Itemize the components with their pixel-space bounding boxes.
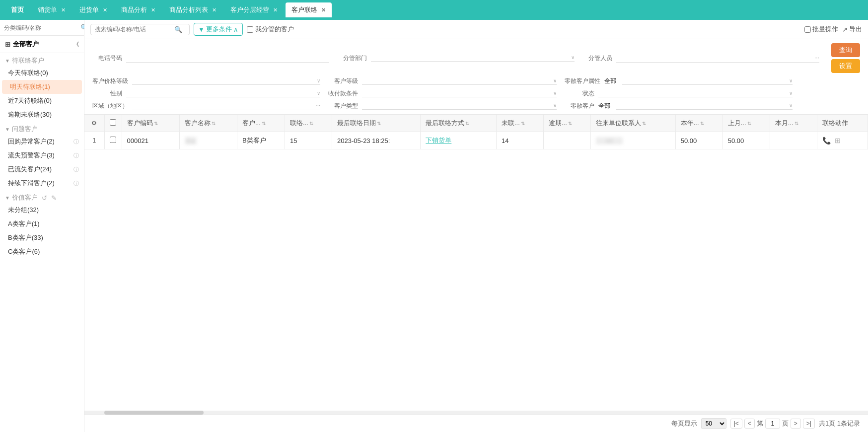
select-all-checkbox[interactable]	[110, 119, 116, 126]
sidebar-item-lost[interactable]: 已流失客户(24) ⓘ	[0, 162, 84, 176]
nav-tab-3[interactable]: 商品分析列表 ✕	[163, 2, 222, 17]
row-unlisted: 14	[502, 137, 508, 144]
refresh-icon[interactable]: ↺	[42, 194, 47, 202]
th-checkbox	[104, 115, 122, 132]
export-btn[interactable]: ↗ 导出	[842, 25, 862, 34]
sidebar-item-declining[interactable]: 持续下滑客户(2) ⓘ	[0, 176, 84, 190]
row-checkbox[interactable]	[110, 137, 116, 143]
batch-op-btn[interactable]: 批量操作	[804, 25, 838, 34]
per-page-select[interactable]: 50 100 200	[701, 418, 726, 429]
info-icon-2[interactable]: ⓘ	[73, 166, 79, 173]
top-nav: 首页 销货单 ✕ 进货单 ✕ 商品分析 ✕ 商品分析列表 ✕ 客户分层经营 ✕ …	[0, 0, 868, 20]
info-icon-0[interactable]: ⓘ	[73, 138, 79, 145]
nav-tab-5-close[interactable]: ✕	[321, 7, 326, 13]
nav-tab-4-close[interactable]: ✕	[273, 7, 278, 13]
my-customers-checkbox[interactable]	[247, 26, 253, 33]
nav-tab-3-close[interactable]: ✕	[212, 7, 217, 13]
footer: 每页显示 50 100 200 |< < 第 页 > >| 共1页 1条记录	[84, 415, 868, 432]
sidebar-search-input[interactable]	[4, 24, 78, 31]
sort-icon-4: ⇅	[377, 121, 381, 126]
sidebar-item-tomorrow[interactable]: 明天待联络(1)	[2, 80, 82, 94]
gender-label: 性别	[92, 89, 122, 98]
sidebar-item-7days[interactable]: 近7天待联络(0)	[0, 94, 84, 108]
th-contact-person[interactable]: 往来单位联系人 ⇅	[590, 115, 675, 132]
nav-tab-1-close[interactable]: ✕	[103, 7, 107, 13]
price-level-label: 客户价格等级	[92, 77, 128, 85]
edit-icon[interactable]: ✎	[51, 194, 57, 202]
scrollbar-thumb[interactable]	[104, 411, 204, 415]
next-page-btn[interactable]: >	[791, 419, 801, 429]
row-last-method[interactable]: 下销货单	[426, 137, 451, 144]
dept-select[interactable]: ∨	[371, 55, 574, 62]
collapse-icon[interactable]: 《	[73, 41, 79, 48]
info-icon-1[interactable]: ⓘ	[73, 152, 79, 159]
first-page-btn[interactable]: |<	[730, 419, 742, 429]
tomorrow-label: 明天待联络(1)	[10, 82, 50, 91]
sidebar-item-b[interactable]: B类客户(33)	[0, 231, 84, 245]
region-select[interactable]: ···	[132, 102, 320, 110]
nav-tab-5[interactable]: 客户联络 ✕	[286, 2, 332, 17]
status-select[interactable]: ∨	[598, 90, 793, 97]
prev-page-btn[interactable]: <	[744, 419, 755, 429]
region-dots[interactable]: ···	[315, 102, 320, 109]
th-name[interactable]: 客户名称 ⇅	[179, 115, 237, 132]
horizontal-scrollbar[interactable]	[84, 411, 868, 415]
nav-home[interactable]: 首页	[5, 2, 30, 17]
nav-tab-0[interactable]: 销货单 ✕	[32, 2, 72, 17]
nav-tab-2-close[interactable]: ✕	[151, 7, 155, 13]
sidebar-item-lostwarning[interactable]: 流失预警客户(3) ⓘ	[0, 148, 84, 162]
sidebar-item-abnormal[interactable]: 回购异常客户(2) ⓘ	[0, 135, 84, 148]
search-input[interactable]	[95, 26, 174, 33]
gender-chev: ∨	[317, 90, 320, 96]
price-level-chev: ∨	[317, 78, 320, 83]
th-last-month[interactable]: 上月... ⇅	[723, 115, 770, 132]
retail-attr-select[interactable]: ∨	[622, 78, 793, 85]
nav-tab-5-label: 客户联络	[291, 5, 317, 14]
page-input[interactable]	[765, 419, 780, 429]
th-overdue[interactable]: 逾期... ⇅	[543, 115, 590, 132]
sidebar-item-overdue[interactable]: 逾期未联络(30)	[0, 108, 84, 122]
sidebar-all-customers[interactable]: ⊞ 全部客户 《	[0, 36, 84, 53]
th-action: 联络动作	[817, 115, 868, 132]
th-last-date[interactable]: 最后联络日期 ⇅	[332, 115, 421, 132]
person-select[interactable]: ···	[616, 54, 819, 63]
th-this-month[interactable]: 本月... ⇅	[770, 115, 817, 132]
th-code[interactable]: 客户编码 ⇅	[122, 115, 179, 132]
filter-btn[interactable]: ▼ 更多条件 ∧	[194, 23, 243, 36]
nav-tab-2[interactable]: 商品分析 ✕	[115, 2, 161, 17]
sidebar-item-c[interactable]: C类客户(6)	[0, 245, 84, 259]
td-customer-type: B类客户	[237, 132, 285, 149]
customer-type-select[interactable]: ∨	[362, 103, 556, 110]
th-last-method[interactable]: 最后联络方式 ⇅	[421, 115, 497, 132]
action-phone-icon[interactable]: 📞	[822, 137, 831, 144]
nav-tab-0-close[interactable]: ✕	[61, 7, 66, 13]
person-dots[interactable]: ···	[814, 54, 819, 61]
phone-input[interactable]	[126, 54, 329, 61]
search-icon[interactable]: 🔍	[174, 26, 182, 33]
last-page-btn[interactable]: >|	[803, 419, 815, 429]
retail-select[interactable]: ∨	[616, 103, 793, 110]
batch-checkbox[interactable]	[804, 26, 811, 33]
th-unlisted[interactable]: 未联... ⇅	[496, 115, 543, 132]
sidebar-item-a[interactable]: A类客户(1)	[0, 217, 84, 231]
th-this-year[interactable]: 本年... ⇅	[675, 115, 723, 132]
price-level-select[interactable]: ∨	[132, 78, 320, 85]
customer-level-select[interactable]: ∨	[362, 78, 556, 85]
nav-tab-4[interactable]: 客户分层经营 ✕	[224, 2, 284, 17]
sidebar-item-today[interactable]: 今天待联络(0)	[0, 66, 84, 80]
action-grid-icon[interactable]: ⊞	[835, 137, 841, 144]
payment-select[interactable]: ∨	[362, 90, 556, 97]
phone-input-area[interactable]	[126, 54, 329, 63]
set-button[interactable]: 设置	[831, 59, 860, 73]
ungroup-label: 未分组(32)	[8, 206, 39, 215]
query-button[interactable]: 查询	[831, 43, 860, 57]
td-num: 1	[84, 132, 104, 149]
th-gear[interactable]: ⚙	[84, 115, 104, 132]
nav-tab-1[interactable]: 进货单 ✕	[73, 2, 113, 17]
retail-chev: ∨	[789, 103, 793, 108]
info-icon-3[interactable]: ⓘ	[73, 180, 79, 187]
th-type[interactable]: 客户... ⇅	[237, 115, 285, 132]
gender-select[interactable]: ∨	[126, 90, 320, 97]
th-contact[interactable]: 联络... ⇅	[285, 115, 332, 132]
sidebar-item-ungroup[interactable]: 未分组(32)	[0, 203, 84, 217]
